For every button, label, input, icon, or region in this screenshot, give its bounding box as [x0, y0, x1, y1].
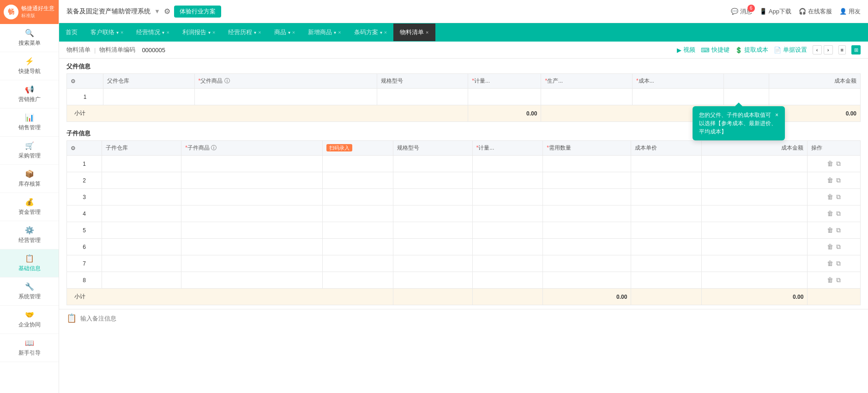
- child-row-7-spec[interactable]: [393, 255, 472, 272]
- settings-gear-icon[interactable]: ⚙: [164, 7, 170, 16]
- sidebar-item-purchase[interactable]: 🛒采购管理: [0, 137, 59, 165]
- shortcut-btn[interactable]: ⌨ 快捷键: [701, 46, 729, 54]
- child-row-1-product[interactable]: [181, 156, 323, 172]
- child-row-1-spec[interactable]: [393, 156, 472, 172]
- child-row-8-spec[interactable]: [393, 272, 472, 289]
- online-service-btn[interactable]: 🎧 在线客服: [799, 7, 832, 16]
- child-row-3-quantity[interactable]: [543, 189, 631, 206]
- child-row-5-warehouse[interactable]: [102, 222, 181, 239]
- child-row-2-spec[interactable]: [393, 172, 472, 189]
- child-row-8-quantity[interactable]: [543, 272, 631, 289]
- parent-row-1-unit[interactable]: [468, 89, 541, 105]
- child-row-2-product[interactable]: [181, 172, 323, 189]
- tooltip-close-btn[interactable]: ×: [775, 111, 778, 119]
- sidebar-item-finance[interactable]: 💰资金管理: [0, 193, 59, 221]
- child-row-6-unit-cost[interactable]: [631, 239, 702, 255]
- child-row-3-unit[interactable]: [472, 189, 543, 206]
- tab-close-icon[interactable]: ×: [292, 30, 295, 35]
- child-row-6-unit[interactable]: [472, 239, 543, 255]
- copy-icon-8[interactable]: ⧉: [836, 276, 841, 284]
- child-row-1-unit[interactable]: [472, 156, 543, 172]
- copy-icon-6[interactable]: ⧉: [836, 243, 841, 251]
- nav-tab-物料清单[interactable]: 物料清单 ×: [393, 24, 435, 41]
- tab-close-icon[interactable]: ×: [166, 30, 169, 35]
- child-row-5-spec[interactable]: [393, 222, 472, 239]
- child-row-7-product[interactable]: [181, 255, 323, 272]
- copy-icon-2[interactable]: ⧉: [836, 176, 841, 184]
- parent-row-1-spec[interactable]: [377, 89, 468, 105]
- child-row-6-product[interactable]: [181, 239, 323, 255]
- child-row-4-warehouse[interactable]: [102, 206, 181, 222]
- next-btn[interactable]: ›: [824, 45, 833, 54]
- copy-icon-1[interactable]: ⧉: [836, 160, 841, 168]
- nav-tab-利润报告[interactable]: 利润报告▾ ×: [176, 24, 222, 41]
- nav-tab-商品[interactable]: 商品▾ ×: [268, 24, 301, 41]
- child-row-3-warehouse[interactable]: [102, 189, 181, 206]
- tab-close-icon[interactable]: ×: [338, 30, 341, 35]
- prev-btn[interactable]: ‹: [813, 45, 822, 54]
- child-row-1-warehouse[interactable]: [102, 156, 181, 172]
- view-video-btn[interactable]: ▶ 视频: [677, 46, 695, 54]
- copy-icon-3[interactable]: ⧉: [836, 193, 841, 201]
- child-row-4-quantity[interactable]: [543, 206, 631, 222]
- child-row-8-warehouse[interactable]: [102, 272, 181, 289]
- child-row-3-spec[interactable]: [393, 189, 472, 206]
- delete-icon-2[interactable]: 🗑: [827, 176, 833, 184]
- child-row-4-unit[interactable]: [472, 206, 543, 222]
- nav-tab-经营情况[interactable]: 经营情况▾ ×: [130, 24, 175, 41]
- grid-btn[interactable]: ⊞: [851, 45, 861, 54]
- parent-col-settings[interactable]: ⚙: [67, 74, 103, 89]
- child-row-6-warehouse[interactable]: [102, 239, 181, 255]
- trial-btn[interactable]: 体验行业方案: [174, 6, 221, 18]
- child-row-6-spec[interactable]: [393, 239, 472, 255]
- single-settings-btn[interactable]: 📄 单据设置: [774, 46, 807, 54]
- nav-tab-客户联络[interactable]: 客户联络▾ ×: [84, 24, 130, 41]
- nav-tab-条码方案[interactable]: 条码方案▾ ×: [348, 24, 393, 41]
- delete-icon-8[interactable]: 🗑: [827, 276, 833, 284]
- sidebar-item-marketing[interactable]: 📢营销推广: [0, 80, 59, 109]
- child-col-settings[interactable]: ⚙: [67, 141, 102, 156]
- sidebar-item-search[interactable]: 🔍搜索菜单: [0, 24, 59, 52]
- copy-icon-7[interactable]: ⧉: [836, 260, 841, 267]
- sidebar-item-basic-info[interactable]: 📋基础信息: [0, 249, 59, 278]
- child-row-8-unit[interactable]: [472, 272, 543, 289]
- delete-icon-7[interactable]: 🗑: [827, 260, 833, 267]
- delete-icon-5[interactable]: 🗑: [827, 226, 833, 234]
- child-row-2-quantity[interactable]: [543, 172, 631, 189]
- copy-icon-4[interactable]: ⧉: [836, 210, 841, 218]
- sidebar-item-sales[interactable]: 📊销售管理: [0, 109, 59, 137]
- sidebar-item-inventory[interactable]: 📦库存核算: [0, 165, 59, 193]
- child-row-7-warehouse[interactable]: [102, 255, 181, 272]
- sidebar-item-operation[interactable]: ⚙️经营管理: [0, 221, 59, 249]
- messages-btn[interactable]: 💬 消息 6: [731, 7, 752, 16]
- dropdown-arrow-icon[interactable]: ▼: [154, 8, 160, 15]
- delete-icon-6[interactable]: 🗑: [827, 243, 833, 251]
- parent-row-1-production[interactable]: [541, 89, 633, 105]
- tab-close-icon[interactable]: ×: [426, 30, 428, 35]
- copy-icon-5[interactable]: ⧉: [836, 226, 841, 234]
- delete-icon-1[interactable]: 🗑: [827, 160, 833, 168]
- tab-close-icon[interactable]: ×: [212, 30, 215, 35]
- child-row-2-unit-cost[interactable]: [631, 172, 702, 189]
- nav-tab-首页[interactable]: 首页: [59, 24, 84, 41]
- sidebar-item-enterprise[interactable]: 🤝企业协同: [0, 306, 59, 334]
- parent-row-1-product[interactable]: [194, 89, 377, 105]
- child-row-8-product[interactable]: [181, 272, 323, 289]
- child-row-7-unit[interactable]: [472, 255, 543, 272]
- child-row-4-unit-cost[interactable]: [631, 206, 702, 222]
- app-download-btn[interactable]: 📱 App下载: [760, 7, 791, 16]
- child-row-1-unit-cost[interactable]: [631, 156, 702, 172]
- sidebar-item-quick-nav[interactable]: ⚡快捷导航: [0, 52, 59, 80]
- child-row-5-unit[interactable]: [472, 222, 543, 239]
- child-row-3-unit-cost[interactable]: [631, 189, 702, 206]
- delete-icon-4[interactable]: 🗑: [827, 210, 833, 218]
- parent-row-1-warehouse[interactable]: [103, 89, 195, 105]
- nav-tab-经营历程[interactable]: 经营历程▾ ×: [222, 24, 267, 41]
- child-row-7-unit-cost[interactable]: [631, 255, 702, 272]
- child-row-2-warehouse[interactable]: [102, 172, 181, 189]
- nav-tab-新增商品[interactable]: 新增商品▾ ×: [301, 24, 347, 41]
- child-row-5-product[interactable]: [181, 222, 323, 239]
- child-row-4-spec[interactable]: [393, 206, 472, 222]
- child-row-8-unit-cost[interactable]: [631, 272, 702, 289]
- child-row-5-quantity[interactable]: [543, 222, 631, 239]
